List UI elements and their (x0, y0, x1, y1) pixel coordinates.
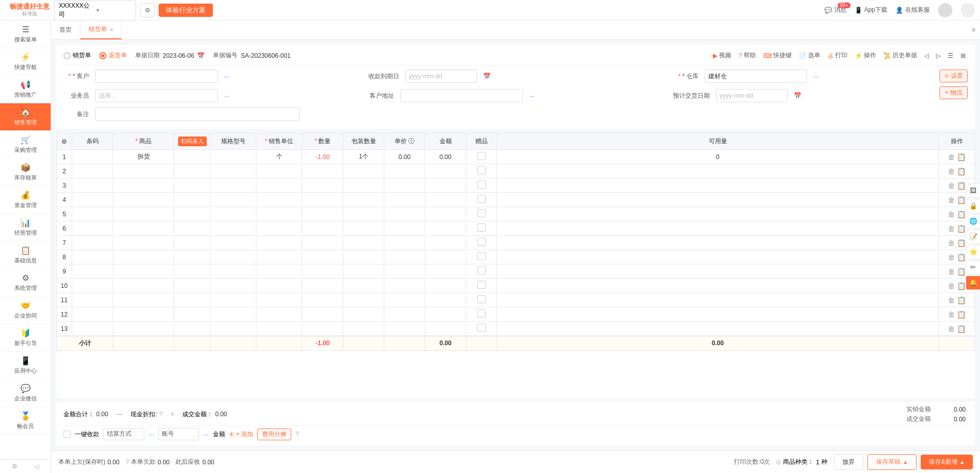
sidebar-item-system[interactable]: ⚙ 系统管理 (0, 269, 51, 297)
discard-btn[interactable]: 放弃 (834, 454, 863, 470)
discount-question-icon[interactable]: ? (159, 411, 163, 418)
save-draft-btn[interactable]: 保存草稿 ▲ (867, 454, 917, 470)
rf-note-btn[interactable]: 📝 (966, 230, 980, 244)
avatar-extra[interactable] (961, 3, 975, 17)
save-new-btn[interactable]: 保存&新增 ▲ (921, 455, 973, 469)
toolbar-help-btn[interactable]: ? 帮助 (736, 50, 758, 61)
customer-address-more-btn[interactable]: ··· (529, 92, 535, 100)
delete-icon[interactable]: 🗑 (948, 153, 955, 161)
close-all-icon[interactable]: × (971, 26, 976, 35)
row-barcode[interactable] (72, 150, 113, 164)
copy-icon[interactable]: 📋 (957, 196, 966, 204)
payment-account-select[interactable]: 账号 (158, 428, 199, 440)
col-settings[interactable]: ⚙ (57, 133, 72, 150)
copy-icon[interactable]: 📋 (957, 182, 966, 190)
avatar[interactable] (938, 3, 952, 17)
copy-icon[interactable]: 📋 (957, 153, 966, 161)
sidebar-item-enterprise[interactable]: 🤝 企业协同 (0, 297, 51, 324)
message-btn[interactable]: 💬 消息 99+ (824, 6, 846, 14)
rf-lock-btn[interactable]: 🔒 (966, 199, 980, 213)
sidebar-item-purchase[interactable]: 🛒 采购管理 (0, 131, 51, 159)
toolbar-prev-btn[interactable]: ◁ (922, 51, 931, 60)
rf-image-btn[interactable]: 🖼 (966, 184, 980, 198)
col-scan[interactable]: 扫码录入 (175, 133, 210, 150)
app-download-btn[interactable]: 📱 App下载 (855, 6, 887, 14)
delete-icon[interactable]: 🗑 (948, 325, 955, 333)
copy-icon[interactable]: 📋 (957, 267, 966, 276)
delete-icon[interactable]: 🗑 (948, 167, 955, 175)
gift-checkbox[interactable] (477, 238, 486, 246)
customer-address-input[interactable] (400, 89, 523, 102)
sidebar-item-shortcut[interactable]: ⚡ 快捷导航 (0, 48, 51, 76)
radio-sales[interactable]: 销货单 (63, 51, 91, 60)
sidebar-settings-icon[interactable]: ⚙ (12, 463, 17, 470)
payment-method-select[interactable]: 结算方式 (103, 428, 144, 440)
copy-icon[interactable]: 📋 (957, 167, 966, 175)
sidebar-collapse-icon[interactable]: ◁ (34, 463, 39, 470)
one-click-checkbox[interactable] (63, 431, 71, 438)
row-pack-qty[interactable]: 1个 (343, 150, 384, 164)
toolbar-select-btn[interactable]: 📄 选单 (797, 50, 822, 61)
rf-star-btn[interactable]: ⭐ (966, 245, 980, 259)
tab-home[interactable]: 首页 (51, 20, 80, 39)
gift-checkbox[interactable] (477, 309, 486, 318)
payment-method-more-btn[interactable]: ··· (148, 431, 154, 438)
tab-close-all[interactable]: × (971, 20, 980, 39)
gift-checkbox[interactable] (477, 223, 486, 232)
logistics-btn[interactable]: + 物流 (940, 86, 968, 99)
toolbar-grid-view-btn[interactable]: ⊞ (959, 51, 968, 60)
radio-return-circle[interactable] (99, 52, 106, 59)
payment-account-more-btn[interactable]: ··· (203, 431, 209, 438)
company-selector[interactable]: XXXXXX公司 ▾ (54, 0, 136, 20)
expected-delivery-input[interactable]: yyyy-mm-dd (716, 89, 788, 102)
gift-checkbox[interactable] (477, 166, 486, 174)
toolbar-shortcut-btn[interactable]: ⌨ 快捷键 (761, 50, 794, 61)
customer-more-btn[interactable]: ··· (224, 73, 230, 80)
sidebar-item-wechat[interactable]: 💬 企业微信 (0, 379, 51, 407)
notes-input[interactable] (95, 107, 300, 121)
toolbar-video-btn[interactable]: ▶ 视频 (711, 50, 733, 61)
sidebar-item-operations[interactable]: 📊 经营管理 (0, 214, 51, 241)
gift-checkbox[interactable] (477, 252, 486, 260)
row-product[interactable]: 拆货 (113, 150, 175, 164)
delete-icon[interactable]: 🗑 (948, 210, 955, 218)
expense-question-icon[interactable]: ? (295, 431, 299, 438)
delete-icon[interactable]: 🗑 (948, 239, 955, 247)
gift-checkbox[interactable] (477, 281, 486, 289)
sidebar-item-appstore[interactable]: 📱 应用中心 (0, 352, 51, 379)
sidebar-item-search[interactable]: ☰ 搜索菜单 (0, 20, 51, 48)
toolbar-operate-btn[interactable]: ⚡ 操作 (853, 50, 878, 61)
gift-checkbox[interactable] (477, 324, 486, 332)
warehouse-more-btn[interactable]: ··· (813, 73, 819, 80)
copy-icon[interactable]: 📋 (957, 310, 966, 319)
delete-icon[interactable]: 🗑 (948, 253, 955, 261)
sidebar-item-basic[interactable]: 📋 基础信息 (0, 241, 51, 269)
delete-icon[interactable]: 🗑 (948, 310, 955, 319)
copy-icon[interactable]: 📋 (957, 224, 966, 233)
gift-checkbox[interactable] (477, 195, 486, 203)
sidebar-item-sales[interactable]: 🏠 销售管理 (0, 103, 51, 131)
product-count-icon[interactable]: ⊙ (776, 459, 781, 466)
sidebar-item-inventory[interactable]: 📦 库存核算 (0, 159, 51, 186)
toolbar-next-btn[interactable]: ▷ (934, 51, 943, 60)
copy-icon[interactable]: 📋 (957, 239, 966, 247)
row-price[interactable]: 0.00 (384, 150, 425, 164)
scan-btn[interactable]: 扫码录入 (178, 137, 207, 146)
copy-icon[interactable]: 📋 (957, 296, 966, 304)
salesperson-input[interactable]: 选择... (95, 89, 218, 102)
copy-icon[interactable]: 📋 (957, 253, 966, 261)
radio-sales-circle[interactable] (63, 52, 71, 59)
row-unit[interactable] (210, 150, 256, 164)
payment-due-calendar-icon[interactable]: 📅 (483, 73, 491, 80)
settings-btn[interactable]: ⊙ 设置 (940, 70, 968, 82)
row-gift[interactable] (466, 150, 497, 164)
customer-input[interactable] (95, 70, 218, 83)
salesperson-more-btn[interactable]: ··· (224, 92, 230, 100)
row-spec[interactable] (175, 150, 210, 164)
toolbar-print-btn[interactable]: 🖨 打印 (825, 50, 850, 61)
tab-sales-order[interactable]: 销货单 × (80, 20, 122, 39)
delete-icon[interactable]: 🗑 (948, 282, 955, 290)
copy-icon[interactable]: 📋 (957, 210, 966, 218)
copy-icon[interactable]: 📋 (957, 325, 966, 333)
sidebar-item-guide[interactable]: 🔰 新手引导 (0, 324, 51, 352)
